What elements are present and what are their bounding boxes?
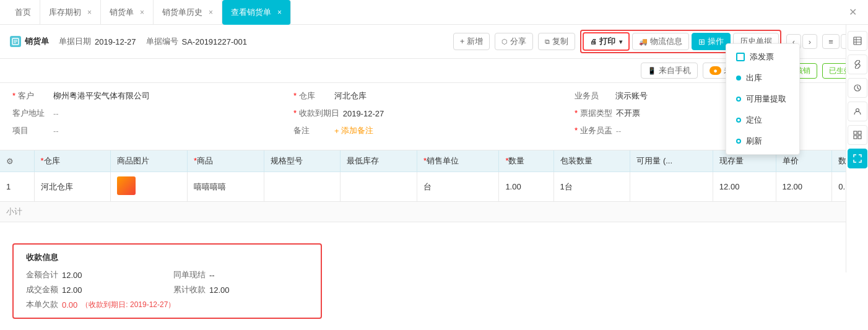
svg-rect-13 xyxy=(858,136,861,139)
transaction-label: 成交金额 xyxy=(26,284,58,295)
col-pack-qty: 包装数量 xyxy=(553,150,630,172)
col-sales-unit: *销售单位 xyxy=(417,150,499,172)
sidebar-user-btn[interactable] xyxy=(848,102,867,121)
due-date-note: （收款到期日: 2019-12-27） xyxy=(81,300,175,310)
share-icon: ⬡ xyxy=(501,38,508,46)
cumulative-label: 累计收款 xyxy=(173,284,206,295)
staff-field: 业务员 演示账号 xyxy=(575,90,856,102)
doc-date-meta: 单据日期 2019-12-27 xyxy=(59,36,136,47)
project-field: 项目 -- xyxy=(12,125,293,136)
total-amount-row: 金额合计 12.00 xyxy=(26,269,161,280)
col-warehouse: *仓库 xyxy=(34,150,111,172)
invoice-type-field: * 票据类型 不开票 xyxy=(575,108,856,119)
transaction-amount-row: 成交金额 12.00 xyxy=(26,284,161,295)
sidebar-table-btn[interactable] xyxy=(848,31,867,51)
plus-icon: + xyxy=(334,126,339,136)
same-order-value: -- xyxy=(209,271,215,280)
list-view-btn[interactable]: ≡ xyxy=(822,34,840,49)
dropdown-menu: 添发票 出库 可用量提取 定位 刷新 xyxy=(726,43,800,155)
project-value: -- xyxy=(53,126,59,136)
doc-type-icon xyxy=(10,36,21,47)
row-image xyxy=(111,172,188,202)
tab-sales-history[interactable]: 销货单历史 × xyxy=(154,0,222,25)
copy-icon: ⧉ xyxy=(545,38,550,46)
payment-date-value: 2019-12-27 xyxy=(343,109,384,118)
new-button[interactable]: + 新增 xyxy=(453,33,490,50)
col-quantity: *数量 xyxy=(499,150,553,172)
next-arrow[interactable]: › xyxy=(802,34,817,49)
row-min-stock xyxy=(341,172,417,202)
tab-sales-history-close[interactable]: × xyxy=(209,8,213,17)
operate-button[interactable]: ⊞ 操作 xyxy=(692,33,731,50)
tab-inventory-close[interactable]: × xyxy=(87,8,92,17)
tab-sales[interactable]: 销货单 × xyxy=(101,0,154,25)
sidebar-grid-btn[interactable] xyxy=(848,125,867,145)
staff-label: 业务员 xyxy=(575,90,612,102)
logistics-button[interactable]: 🚚 物流信息 xyxy=(632,33,689,50)
current-due-value: 0.00 xyxy=(62,300,77,310)
svg-rect-4 xyxy=(854,37,861,45)
warehouse-value: 河北仓库 xyxy=(334,90,367,102)
outbound-icon xyxy=(736,76,741,80)
row-product: 嘻嘻嘻嘻 xyxy=(187,172,264,202)
row-seq: 1 xyxy=(0,172,34,202)
payment-date-field: * 收款到期日 2019-12-27 xyxy=(293,108,575,119)
print-icon: 🖨 xyxy=(590,38,597,45)
current-due-row: 本单欠款 0.00 （收款到期日: 2019-12-27） xyxy=(26,299,308,310)
location-icon xyxy=(736,118,741,123)
invoice-type-label: * 票据类型 xyxy=(575,108,612,119)
address-field: 客户地址 -- xyxy=(12,108,293,119)
row-unit-price: 12.00 xyxy=(776,172,832,202)
svg-rect-12 xyxy=(854,136,857,139)
col-image: 商品图片 xyxy=(111,150,188,172)
row-warehouse: 河北仓库 xyxy=(34,172,111,202)
tab-view-sales-close[interactable]: × xyxy=(277,8,282,17)
print-button[interactable]: 🖨 打印 ▾ xyxy=(583,32,630,51)
payment-info-panel: 收款信息 金额合计 12.00 同单现结 -- 成交金额 12.00 累计收款 … xyxy=(12,243,322,319)
subtotal-cell: 小计 xyxy=(0,202,868,222)
col-product: *商品 xyxy=(187,150,264,172)
dropdown-item-refresh[interactable]: 刷新 xyxy=(726,131,799,152)
customer-label: * 客户 xyxy=(12,90,50,102)
subtotal-row: 小计 xyxy=(0,202,868,222)
window-close-button[interactable]: ✕ xyxy=(844,6,862,18)
copy-button[interactable]: ⧉ 复制 xyxy=(538,33,575,50)
same-order-row: 同单现结 -- xyxy=(173,269,308,280)
bottom-area: 收款信息 金额合计 12.00 同单现结 -- 成交金额 12.00 累计收款 … xyxy=(0,237,868,330)
total-amount-label: 金额合计 xyxy=(26,269,58,280)
col-min-stock: 最低库存 xyxy=(341,150,417,172)
staff2-field: * 业务员盂 -- xyxy=(575,125,856,136)
share-button[interactable]: ⬡ 分享 xyxy=(495,33,533,50)
not-invoiced-badge: ● xyxy=(710,66,721,75)
payment-title: 收款信息 xyxy=(26,252,308,263)
customer-value: 柳州粤港平安气体有限公司 xyxy=(53,90,150,102)
tab-sales-close[interactable]: × xyxy=(140,8,144,17)
doc-title: 销货单 xyxy=(10,36,49,47)
tab-home[interactable]: 首页 xyxy=(6,0,40,25)
staff2-value: -- xyxy=(616,126,622,136)
svg-rect-10 xyxy=(854,131,857,134)
truck-icon: 🚚 xyxy=(639,38,648,46)
row-quantity: 1.00 xyxy=(499,172,553,202)
sidebar-expand-btn[interactable] xyxy=(848,149,867,168)
dropdown-item-location[interactable]: 定位 xyxy=(726,110,799,131)
total-amount-value: 12.00 xyxy=(62,271,82,280)
sidebar-link-btn[interactable] xyxy=(848,54,867,74)
grid-icon: ⊞ xyxy=(698,37,705,46)
print-dropdown-icon: ▾ xyxy=(619,38,622,45)
row-available xyxy=(630,172,713,202)
col-settings: ⚙ xyxy=(0,150,34,172)
dropdown-item-invoice[interactable]: 添发票 xyxy=(726,46,799,67)
add-note-button[interactable]: + 添加备注 xyxy=(334,125,373,136)
settings-icon[interactable]: ⚙ xyxy=(6,157,14,166)
from-phone-button[interactable]: 📱 来自手机 xyxy=(641,63,698,79)
invoice-icon xyxy=(736,53,745,61)
row-spec xyxy=(264,172,341,202)
staff2-label: * 业务员盂 xyxy=(575,125,612,136)
dropdown-item-outbound[interactable]: 出库 xyxy=(726,67,799,89)
dropdown-item-available[interactable]: 可用量提取 xyxy=(726,89,799,110)
data-table: ⚙ *仓库 商品图片 *商品 规格型号 最低库存 *销售单位 *数量 包装数量 … xyxy=(0,150,868,222)
sidebar-circle-btn[interactable] xyxy=(848,78,867,98)
tab-inventory[interactable]: 库存期初 × xyxy=(40,0,101,25)
tab-view-sales[interactable]: 查看销货单 × xyxy=(222,0,291,25)
